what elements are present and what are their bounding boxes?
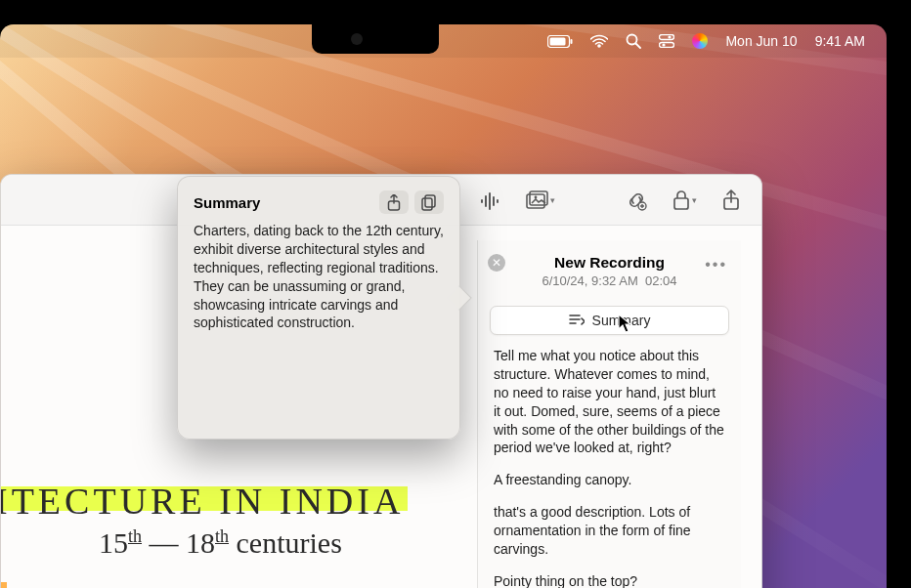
svg-rect-5 [660, 35, 674, 40]
transcript-line: A freestanding canopy. [494, 471, 725, 489]
svg-rect-21 [422, 198, 432, 210]
svg-rect-12 [493, 196, 495, 206]
svg-rect-10 [485, 195, 487, 207]
transcript[interactable]: Tell me what you notice about this struc… [478, 347, 741, 588]
summary-icon [569, 314, 585, 327]
svg-rect-18 [674, 198, 688, 209]
svg-rect-22 [425, 195, 435, 207]
chevron-down-icon: ▾ [692, 195, 697, 205]
popover-title: Summary [194, 194, 373, 211]
control-center-icon[interactable] [659, 34, 674, 48]
svg-line-4 [636, 44, 641, 49]
mouse-cursor [618, 314, 633, 333]
menu-bar: Mon Jun 10 9:41 AM [0, 24, 887, 58]
svg-rect-13 [497, 199, 499, 203]
menubar-time[interactable]: 9:41 AM [815, 33, 865, 49]
handwritten-line [1, 577, 7, 588]
svg-rect-2 [571, 39, 573, 44]
summary-popover: Summary Charters, dating back to the 12t… [177, 176, 460, 440]
audio-button[interactable] [478, 189, 499, 211]
menubar-date[interactable]: Mon Jun 10 [725, 33, 797, 49]
more-icon[interactable]: ••• [705, 256, 727, 273]
recording-title: New Recording [492, 254, 727, 272]
svg-rect-7 [660, 43, 674, 48]
siri-icon[interactable] [692, 33, 708, 49]
popover-body: Charters, dating back to the 12th centur… [194, 222, 444, 332]
notch [312, 24, 439, 54]
svg-point-6 [669, 35, 672, 38]
wifi-icon[interactable] [590, 34, 608, 48]
link-button[interactable] [626, 189, 647, 211]
recording-meta: 6/10/24, 9:32 AM 02:04 [492, 273, 727, 288]
battery-icon[interactable] [547, 35, 573, 48]
svg-rect-9 [481, 199, 483, 203]
recording-panel: ✕ ••• New Recording 6/10/24, 9:32 AM 02:… [477, 240, 741, 588]
svg-point-8 [663, 43, 666, 46]
lock-button[interactable]: ▾ [672, 189, 697, 211]
popover-copy-button[interactable] [414, 190, 444, 214]
svg-rect-11 [489, 192, 491, 210]
spotlight-icon[interactable] [626, 33, 641, 49]
close-icon[interactable]: ✕ [488, 254, 505, 272]
summary-button[interactable]: Summary [490, 306, 729, 335]
transcript-line: that's a good description. Lots of ornam… [494, 503, 725, 559]
images-button[interactable]: ▾ [525, 190, 555, 210]
transcript-line: Tell me what you notice about this struc… [494, 347, 725, 457]
chevron-down-icon: ▾ [550, 195, 555, 205]
transcript-line: Pointy thing on the top? [494, 572, 725, 588]
handwritten-subtitle: 15th — 18th centuries [99, 526, 342, 560]
popover-share-button[interactable] [379, 190, 409, 214]
svg-rect-1 [550, 37, 566, 45]
handwritten-title: ITECTURE IN INDIA [1, 480, 408, 523]
share-button[interactable] [722, 189, 740, 211]
